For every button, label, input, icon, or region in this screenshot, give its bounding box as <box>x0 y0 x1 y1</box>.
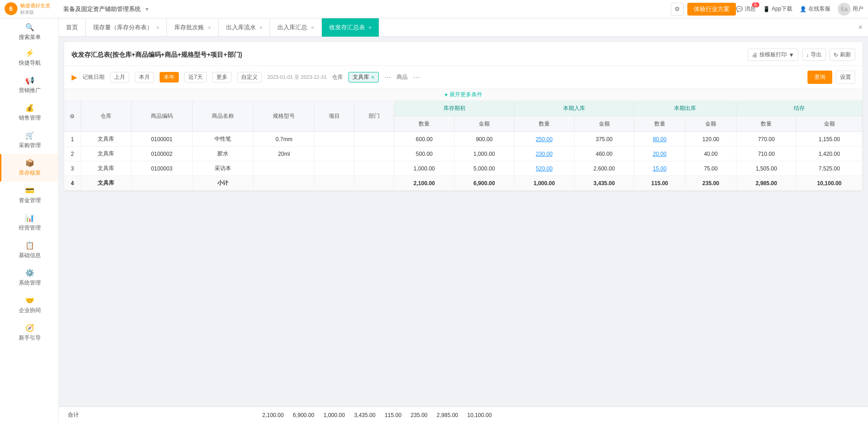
footer-balance-amt: 10,100.00 <box>467 412 492 418</box>
card-header: 收发存汇总表(按仓库+商品编码+商品+规格型号+项目+部门) 🖨 按模板打印 ▼… <box>64 42 862 66</box>
tab-close-flow[interactable]: × <box>260 25 262 30</box>
settings-button[interactable]: 设置 <box>836 71 855 84</box>
sidebar-label-guide: 新手引导 <box>19 334 41 342</box>
sidebar-item-quick-nav[interactable]: ⚡ 快捷导航 <box>0 44 58 71</box>
query-button[interactable]: 查询 <box>807 71 832 84</box>
phone-icon: 📱 <box>763 6 770 12</box>
footer-in-qty: 1,000.00 <box>323 412 345 418</box>
sidebar-item-basic[interactable]: 📋 基础信息 <box>0 236 58 264</box>
sidebar: 🔍 搜索菜单 ⚡ 快捷导航 📢 营销推广 💰 销售管理 🛒 采购管理 📦 <box>0 18 59 423</box>
sidebar-label-cooperation: 企业协同 <box>19 307 41 314</box>
sidebar-label-finance: 资金管理 <box>19 197 41 204</box>
experience-button[interactable]: 体验行业方案 <box>687 3 736 16</box>
purchase-icon: 🛒 <box>25 131 34 140</box>
tab-bar: 首页 现存量（库存分布表） × 库存批次账 × 出入库流水 × 出入库汇总 × <box>59 18 868 37</box>
sidebar-item-search[interactable]: 🔍 搜索菜单 <box>0 18 58 44</box>
user-item[interactable]: Ea 用户 <box>838 3 863 16</box>
sidebar-item-purchase[interactable]: 🛒 采购管理 <box>0 126 58 154</box>
footer-out-qty: 115.00 <box>385 412 402 418</box>
th-in-qty: 数量 <box>514 116 574 132</box>
sidebar-item-finance[interactable]: 💳 资金管理 <box>0 181 58 209</box>
tab-batch[interactable]: 库存批次账 × <box>167 18 218 37</box>
warehouse-filter-label: 仓库 <box>332 73 343 81</box>
tab-home[interactable]: 首页 <box>59 18 86 37</box>
user-label: 用户 <box>852 5 863 13</box>
th-spec: 规格型号 <box>254 101 315 132</box>
dropdown-icon[interactable]: ▼ <box>144 6 149 12</box>
tab-collection-summary[interactable]: 收发存汇总表 × <box>322 18 379 37</box>
goods-filter-label: 商品 <box>397 73 408 81</box>
date-btn-last-month[interactable]: 上月 <box>110 72 129 82</box>
data-table: ⚙ 仓库 商品编码 商品名称 规格型号 项目 部门 库存期初 本期入库 <box>64 101 862 191</box>
th-out-amt: 金额 <box>685 116 736 132</box>
gear-button[interactable]: ⚙ <box>671 3 684 16</box>
app-download-item[interactable]: 📱 App下载 <box>763 5 792 13</box>
th-warehouse: 仓库 <box>81 101 131 132</box>
warehouse-tag-remove[interactable]: × <box>371 74 375 81</box>
date-btn-more[interactable]: 更多 <box>212 72 232 82</box>
sidebar-item-sales[interactable]: 💰 销售管理 <box>0 99 58 126</box>
date-btn-this-month[interactable]: 本月 <box>135 72 154 82</box>
tab-close-inventory-dist[interactable]: × <box>156 25 159 30</box>
content-area: 首页 现存量（库存分布表） × 库存批次账 × 出入库流水 × 出入库汇总 × <box>59 18 868 423</box>
tab-inventory-dist[interactable]: 现存量（库存分布表） × <box>86 18 167 37</box>
tab-summary[interactable]: 出入库汇总 × <box>270 18 321 37</box>
expand-icon: ▾ <box>445 92 448 98</box>
sidebar-item-guide[interactable]: 🧭 新手引导 <box>0 319 58 346</box>
tab-close-summary[interactable]: × <box>311 25 314 30</box>
tab-close-all[interactable]: × <box>853 23 868 32</box>
sidebar-item-cooperation[interactable]: 🤝 企业协同 <box>0 291 58 319</box>
tab-label-flow: 出入库流水 <box>226 23 256 32</box>
footer-total-label: 合计 <box>68 411 79 419</box>
sidebar-label-operations: 经营管理 <box>19 224 41 232</box>
sidebar-label-purchase: 采购管理 <box>19 142 41 149</box>
sidebar-label-inventory: 库存核算 <box>19 169 41 177</box>
warehouse-tag-value: 文具库 <box>353 73 369 81</box>
tab-label-summary: 出入库汇总 <box>277 23 307 32</box>
sidebar-label-quick-nav: 快捷导航 <box>19 59 41 67</box>
footer-bar: 合计 2,100.00 6,900.00 1,000.00 3,435.00 1… <box>59 407 868 423</box>
th-name: 商品名称 <box>192 101 253 132</box>
expand-button[interactable]: ▾ 展开更多条件 <box>445 91 482 99</box>
sidebar-item-inventory[interactable]: 📦 库存核算 <box>0 154 58 181</box>
sidebar-item-system[interactable]: ⚙️ 系统管理 <box>0 264 58 291</box>
date-btn-custom[interactable]: 自定义 <box>237 72 262 82</box>
date-btn-7days[interactable]: 近7天 <box>184 72 207 82</box>
refresh-button[interactable]: ↻ 刷新 <box>829 49 855 61</box>
tab-close-batch[interactable]: × <box>208 25 210 30</box>
print-icon: 🖨 <box>752 52 757 58</box>
tab-label-batch: 库存批次账 <box>174 23 204 32</box>
sidebar-item-operations[interactable]: 📊 经营管理 <box>0 209 58 236</box>
date-btn-this-year[interactable]: 本年 <box>160 72 179 82</box>
export-icon: ↓ <box>806 52 809 58</box>
th-balance-qty: 数量 <box>736 116 796 132</box>
online-service-item[interactable]: 👤 在线客服 <box>800 5 830 13</box>
sidebar-item-marketing[interactable]: 📢 营销推广 <box>0 71 58 99</box>
finance-icon: 💳 <box>25 186 34 195</box>
footer-in-amt: 3,435.00 <box>354 412 376 418</box>
tab-close-collection-summary[interactable]: × <box>369 25 371 30</box>
print-button[interactable]: 🖨 按模板打印 ▼ <box>748 49 798 61</box>
logo-badge: 标准版 <box>20 9 50 16</box>
th-out-qty: 数量 <box>634 116 685 132</box>
th-out-group: 本期出库 <box>634 101 736 116</box>
th-opening-amt: 金额 <box>454 116 514 132</box>
footer-out-amt: 235.00 <box>411 412 428 418</box>
logo-icon: 6 <box>5 2 17 15</box>
warehouse-more-icon[interactable]: ··· <box>384 72 391 82</box>
top-right-actions: 💬 消息 6 📱 App下载 👤 在线客服 Ea 用户 <box>736 3 863 16</box>
footer-opening-qty: 2,100.00 <box>262 412 284 418</box>
message-item[interactable]: 💬 消息 6 <box>736 5 756 13</box>
avatar: Ea <box>838 3 851 16</box>
export-button[interactable]: ↓ 导出 <box>802 49 826 61</box>
expand-row: ▾ 展开更多条件 <box>64 89 862 101</box>
tab-label-collection-summary: 收发存汇总表 <box>329 23 365 32</box>
goods-more-icon[interactable]: ··· <box>413 72 420 82</box>
th-in-amt: 金额 <box>574 116 634 132</box>
message-icon: 💬 <box>736 6 743 12</box>
page-content: 收发存汇总表(按仓库+商品编码+商品+规格型号+项目+部门) 🖨 按模板打印 ▼… <box>59 37 868 423</box>
filter-arrow-icon[interactable]: ▶ <box>72 73 77 82</box>
tab-flow[interactable]: 出入库流水 × <box>219 18 270 37</box>
message-badge: 6 <box>752 2 759 7</box>
chevron-down-icon: ▼ <box>789 52 794 58</box>
